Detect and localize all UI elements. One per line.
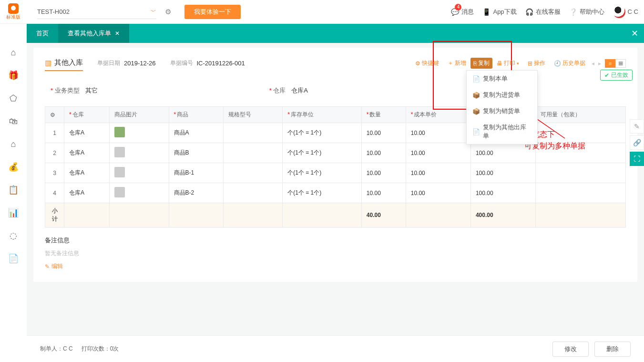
history-icon: 🕘 xyxy=(554,60,561,67)
chevron-down-icon: ▾ xyxy=(517,61,519,66)
print-button[interactable]: 🖶打印▾ xyxy=(494,58,521,69)
view-card[interactable]: ▦ xyxy=(615,59,626,68)
gear-small-icon: ⚙ xyxy=(415,60,420,67)
doc-title: ▥ 其他入库 xyxy=(45,55,83,71)
box-in-icon: 📦 xyxy=(472,92,480,99)
edit-icon: ✎ xyxy=(45,263,50,270)
rail-clipboard-icon[interactable]: 📋 xyxy=(9,185,18,195)
rail-warehouse-icon[interactable]: ⌂ xyxy=(9,139,18,149)
th-qty: *数量 xyxy=(361,107,406,123)
rail-money-icon[interactable]: 💰 xyxy=(9,162,18,172)
main: 浏览态下 可复制为多种单据 ▥ 其他入库 单据日期 2019-12-26 单据编… xyxy=(27,43,644,335)
footer-buttons: 修改 删除 xyxy=(552,341,631,357)
rail-new-icon[interactable]: 📄 xyxy=(9,254,18,263)
rail-bag-icon[interactable]: 🛍 xyxy=(9,116,18,126)
copy-button[interactable]: ⎘复制 xyxy=(470,58,492,69)
org-name: TEST-H002 xyxy=(37,8,70,15)
rail-gift-icon[interactable]: 🎁 xyxy=(9,71,18,80)
table-row[interactable]: 4 仓库A 商品B-2 个(1个 = 1个) 10.00 10.00 100.0… xyxy=(45,183,626,203)
doc-icon: 📄 xyxy=(472,75,480,83)
doc-out-icon: 📄 xyxy=(472,128,480,135)
th-avail: 可用量（包装） xyxy=(536,107,626,123)
edit-remarks-link[interactable]: ✎ 编辑 xyxy=(45,262,626,270)
next-icon[interactable]: ▸ xyxy=(598,60,601,67)
product-image-icon xyxy=(114,127,125,137)
headset-icon: 🎧 xyxy=(525,8,533,16)
doc-type-icon: ▥ xyxy=(45,59,51,67)
product-image-icon xyxy=(114,167,125,177)
rail-home-icon[interactable]: ⌂ xyxy=(9,48,18,57)
right-rail: ✎ 🔗 ⛶ xyxy=(630,119,644,166)
doc-date: 单据日期 2019-12-26 xyxy=(97,59,156,67)
logo-label: 标准版 xyxy=(6,14,20,21)
history-button[interactable]: 🕘历史单据 xyxy=(552,58,588,69)
help-icon: ❔ xyxy=(569,8,577,16)
box-out-icon: 📦 xyxy=(472,108,480,115)
table-row[interactable]: 2 仓库A 商品B 个(1个 = 1个) 10.00 10.00 100.00 xyxy=(45,143,626,163)
copy-icon: ⎘ xyxy=(473,60,477,67)
shortcut-link[interactable]: ⚙快捷键 xyxy=(413,58,441,69)
try-button[interactable]: 我要体验一下 xyxy=(184,5,241,19)
rail-refresh-icon[interactable]: ◌ xyxy=(9,231,18,240)
th-wh: *仓库 xyxy=(64,107,110,123)
rr-link-icon[interactable]: 🔗 xyxy=(630,135,644,150)
tabs-close-all[interactable]: ✕ xyxy=(625,24,644,43)
dd-copy-other-out[interactable]: 📄复制为其他出库单 xyxy=(467,119,537,144)
remarks-title: 备注信息 xyxy=(45,236,626,245)
doc-number: 单据编号 IC-20191226-001 xyxy=(170,59,245,67)
operate-button[interactable]: ⊞操作 xyxy=(525,58,548,69)
th-price: *成本单价 xyxy=(406,107,470,123)
items-table: ⚙ *仓库 商品图片 *商品 规格型号 *库存单位 *数量 *成本单价 *成本金… xyxy=(45,106,626,228)
subtotal-row: 小计 40.00400.00 xyxy=(45,203,626,228)
th-unit: *库存单位 xyxy=(283,107,362,123)
print-count-info: 打印次数：0次 xyxy=(82,345,119,353)
delete-button[interactable]: 删除 xyxy=(594,341,631,357)
app-download-link[interactable]: 📱 App下载 xyxy=(482,8,516,16)
messages-link[interactable]: 💬 4 消息 xyxy=(451,8,474,16)
copy-dropdown: 📄复制本单 📦复制为进货单 📦复制为销货单 📄复制为其他出库单 xyxy=(466,70,538,145)
dd-copy-sales[interactable]: 📦复制为销货单 xyxy=(467,103,537,119)
document-card: 浏览态下 可复制为多种单据 ▥ 其他入库 单据日期 2019-12-26 单据编… xyxy=(33,48,637,282)
field-warehouse: * 仓库 仓库A xyxy=(269,86,308,95)
dd-copy-this[interactable]: 📄复制本单 xyxy=(467,71,537,87)
dd-copy-purchase[interactable]: 📦复制为进货单 xyxy=(467,87,537,103)
logo-icon xyxy=(8,3,19,14)
rail-house-icon[interactable]: ⬠ xyxy=(9,93,18,103)
gear-icon[interactable]: ⚙ xyxy=(165,8,171,16)
th-spec: 规格型号 xyxy=(224,107,283,123)
user-menu[interactable]: C C xyxy=(613,6,638,18)
rr-note-icon[interactable]: ✎ xyxy=(630,119,644,134)
service-link[interactable]: 🎧 在线客服 xyxy=(525,8,561,16)
left-rail: ⌂ 🎁 ⬠ 🛍 ⌂ 💰 📋 📊 ◌ 📄 xyxy=(0,24,27,362)
table-header-row: ⚙ *仓库 商品图片 *商品 规格型号 *库存单位 *数量 *成本单价 *成本金… xyxy=(45,107,626,123)
tab-home[interactable]: 首页 xyxy=(27,24,58,43)
modify-button[interactable]: 修改 xyxy=(552,341,589,357)
view-toggle: ≡ ▦ xyxy=(605,59,626,68)
doc-header: ▥ 其他入库 单据日期 2019-12-26 单据编号 IC-20191226-… xyxy=(45,55,626,77)
avatar xyxy=(613,6,625,18)
phone-icon: 📱 xyxy=(482,8,491,16)
rr-expand-icon[interactable]: ⛶ xyxy=(630,152,644,166)
view-list[interactable]: ≡ xyxy=(605,59,615,68)
top-header: 标准版 TEST-H002 ﹀ ⚙ 我要体验一下 💬 4 消息 📱 App下载 … xyxy=(0,0,644,24)
prev-icon[interactable]: ◂ xyxy=(592,60,594,67)
message-badge: 4 xyxy=(455,4,461,10)
tab-active[interactable]: 查看其他入库单 ✕ xyxy=(58,24,129,43)
new-button[interactable]: ＋新增 xyxy=(445,58,469,69)
help-link[interactable]: ❔ 帮助中心 xyxy=(569,8,604,16)
close-icon[interactable]: ✕ xyxy=(115,30,120,37)
footer-info: 制单人：C C 打印次数：0次 xyxy=(40,345,119,353)
th-img: 商品图片 xyxy=(110,107,169,123)
status-badge: ✔ 已生效 xyxy=(600,70,633,81)
tabs-bar: 首页 查看其他入库单 ✕ ✕ xyxy=(0,24,644,43)
org-selector[interactable]: TEST-H002 ﹀ xyxy=(37,5,156,19)
logo[interactable]: 标准版 xyxy=(2,3,25,21)
table-row[interactable]: 1 仓库A 商品A 个(1个 = 1个) 10.00 10.00 100.00 xyxy=(45,123,626,143)
product-image-icon xyxy=(114,187,125,197)
th-gear[interactable]: ⚙ xyxy=(45,107,64,123)
th-prod: *商品 xyxy=(169,107,224,123)
creator-info: 制单人：C C xyxy=(40,345,73,353)
remarks-section: 备注信息 暂无备注信息 ✎ 编辑 xyxy=(45,236,626,270)
table-row[interactable]: 3 仓库A 商品B-1 个(1个 = 1个) 10.00 10.00 100.0… xyxy=(45,163,626,183)
rail-report-icon[interactable]: 📊 xyxy=(9,208,18,217)
